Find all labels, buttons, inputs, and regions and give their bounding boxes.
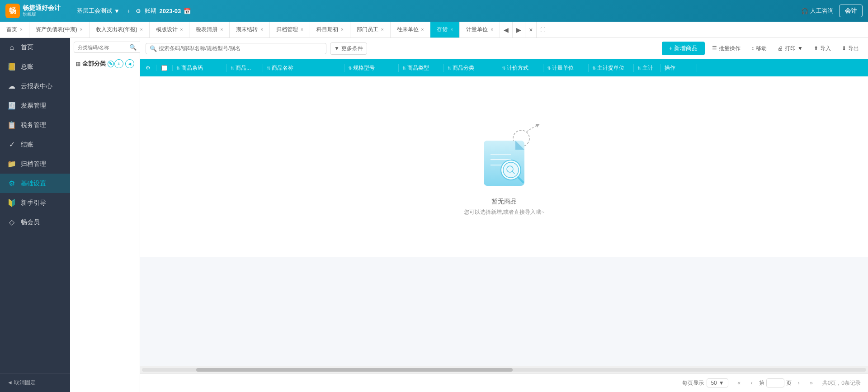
tab-balance[interactable]: 资产负债表(中期) × (29, 22, 90, 38)
th-num[interactable]: ⇅ 主计 (634, 64, 661, 72)
service-btn[interactable]: 🎧 人工咨询 (801, 7, 834, 15)
tab-taxclear[interactable]: 税表清册 × (189, 22, 230, 38)
sidebar-item-guide[interactable]: 🔰 新手引导 (0, 193, 70, 213)
checkout-icon: ✓ (7, 140, 16, 149)
tab-close-contacts[interactable]: × (421, 27, 424, 32)
scroll-thumb[interactable] (196, 368, 513, 372)
first-page-btn[interactable]: « (734, 378, 745, 388)
tab-close-archive[interactable]: × (301, 27, 303, 32)
th-unit[interactable]: ⇅ 计量单位 (543, 64, 589, 72)
th-category[interactable]: ⇅ 商品分类 (444, 64, 498, 72)
reports-icon: ☁ (7, 82, 16, 90)
column-settings-icon[interactable]: ⚙ (146, 65, 151, 71)
product-search-bar[interactable]: 🔍 (146, 43, 326, 54)
top-actions: + ⚙ (127, 8, 142, 14)
next-page-btn[interactable]: › (793, 378, 804, 388)
category-search-icon[interactable]: 🔍 (129, 44, 137, 51)
sidebar-item-tax[interactable]: 📋 税务管理 (0, 115, 70, 135)
sidebar-item-ledger[interactable]: 📒 总账 (0, 57, 70, 76)
settings-btn[interactable]: ⚙ (136, 8, 141, 14)
account-btn[interactable]: 会计 (839, 5, 863, 17)
batch-ops-btn[interactable]: ☰ 批量操作 (708, 43, 744, 54)
logo-char: 畅 (9, 6, 16, 16)
tab-subject-init[interactable]: 科目期初 × (310, 22, 350, 38)
tab-period-end[interactable]: 期末结转 × (230, 22, 270, 38)
tab-inventory[interactable]: 存货 × (430, 22, 460, 38)
th-main-unit[interactable]: ⇅ 主计提单位 (589, 64, 634, 72)
empty-title: 暂无商品 (491, 198, 517, 206)
add-category-btn[interactable]: + (114, 59, 123, 68)
left-panel-header: ⊞ 全部分类 ✎ + ◄ (74, 57, 136, 71)
sidebar-item-member[interactable]: ◇ 畅会员 (0, 213, 70, 232)
th-ops: 操作 (661, 64, 697, 72)
tab-nav-right[interactable]: ▶ (513, 22, 525, 38)
tab-close-department[interactable]: × (381, 27, 384, 32)
print-btn[interactable]: 🖨 打印 ▼ (774, 43, 807, 54)
tab-template[interactable]: 模版设计 × (150, 22, 190, 38)
scroll-track[interactable] (142, 368, 866, 372)
tab-department[interactable]: 部门员工 × (350, 22, 391, 38)
tab-archive[interactable]: 归档管理 × (270, 22, 310, 38)
move-btn[interactable]: ↕ 移动 (748, 43, 770, 54)
category-search-input[interactable] (78, 45, 127, 50)
tab-close-balance[interactable]: × (80, 27, 83, 32)
tab-close-home[interactable]: × (20, 27, 23, 32)
select-all-checkbox[interactable] (161, 65, 167, 71)
sidebar-item-checkout[interactable]: ✓ 结账 (0, 135, 70, 154)
guide-icon: 🔰 (7, 198, 16, 207)
table-container: ⚙ ⇅ 商品条码 ⇅ 商品... (140, 59, 868, 366)
th-settings[interactable]: ⚙ (140, 65, 156, 71)
th-price-method[interactable]: ⇅ 计价方式 (498, 64, 543, 72)
nav-label-archive: 归档管理 (21, 160, 46, 168)
tab-close-template[interactable]: × (180, 27, 183, 32)
sort-icon-main-unit: ⇅ (592, 66, 596, 71)
dropdown-icon: ▼ (114, 8, 120, 14)
th-name[interactable]: ⇅ 商品名称 (263, 64, 344, 72)
tab-contacts[interactable]: 往来单位 × (391, 22, 431, 38)
company-selector[interactable]: 基层工会测试 ▼ (77, 7, 120, 15)
product-search-input[interactable] (159, 45, 322, 52)
add-product-btn[interactable]: + 新增商品 (662, 42, 705, 55)
add-company-btn[interactable]: + (127, 8, 131, 14)
page-number-input[interactable]: 1 (766, 378, 784, 387)
tab-close-taxclear[interactable]: × (220, 27, 223, 32)
tab-unit[interactable]: 计量单位 × (460, 22, 500, 38)
sidebar-item-archive[interactable]: 📁 归档管理 (0, 154, 70, 174)
sidebar: ⌂ 首页 📒 总账 ☁ 云报表中心 🧾 发票管理 📋 税务管理 ✓ 结账 📁 归… (0, 38, 70, 392)
th-code[interactable]: ⇅ 商品... (227, 64, 263, 72)
horizontal-scrollbar[interactable] (140, 366, 868, 373)
filter-btn[interactable]: ▼ 更多条件 (330, 43, 367, 55)
prev-page-btn[interactable]: ‹ (746, 378, 757, 388)
tab-expand[interactable]: ⛶ (537, 22, 549, 38)
th-barcode[interactable]: ⇅ 商品条码 (173, 64, 227, 72)
left-panel-actions: + ◄ (114, 59, 134, 68)
collapse-panel-btn[interactable]: ◄ (125, 59, 134, 68)
tab-close-period-end[interactable]: × (260, 27, 263, 32)
nav-label-ledger: 总账 (21, 63, 33, 71)
grid-icon: ⊞ (75, 61, 80, 67)
tab-home[interactable]: 首页 × (0, 22, 29, 38)
move-icon: ↕ (751, 45, 754, 52)
tab-close-all[interactable]: × (525, 22, 537, 38)
th-check[interactable] (156, 65, 173, 71)
th-spec[interactable]: ⇅ 规格型号 (344, 64, 399, 72)
sidebar-item-reports[interactable]: ☁ 云报表中心 (0, 76, 70, 96)
export-btn[interactable]: ⬇ 导出 (838, 43, 863, 54)
tab-close-subject-init[interactable]: × (341, 27, 344, 32)
page-size-dropdown[interactable]: 50 ▼ (707, 378, 728, 387)
calendar-icon[interactable]: 📅 (184, 8, 191, 14)
tab-close-income[interactable]: × (140, 27, 143, 32)
sidebar-item-invoice[interactable]: 🧾 发票管理 (0, 96, 70, 115)
tab-bar: 首页 × 资产负债表(中期) × 收入支出表(年报) × 模版设计 × 税表清册… (0, 22, 868, 38)
sidebar-unpin-btn[interactable]: ◄ 取消固定 (0, 373, 70, 392)
import-btn[interactable]: ⬆ 导入 (810, 43, 835, 54)
tab-income[interactable]: 收入支出表(年报) × (90, 22, 150, 38)
tab-close-unit[interactable]: × (491, 27, 493, 32)
th-type[interactable]: ⇅ 商品类型 (399, 64, 444, 72)
last-page-btn[interactable]: » (806, 378, 817, 388)
tab-close-inventory[interactable]: × (450, 27, 453, 32)
batch-icon: ☰ (712, 45, 717, 52)
tab-nav-left[interactable]: ◀ (500, 22, 513, 38)
sidebar-item-home[interactable]: ⌂ 首页 (0, 38, 70, 57)
sidebar-item-basic[interactable]: ⚙ 基础设置 (0, 174, 70, 193)
